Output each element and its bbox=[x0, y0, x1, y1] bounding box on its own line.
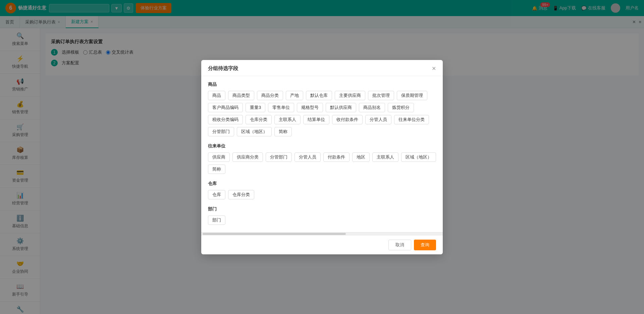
field-tag-default-warehouse[interactable]: 默认仓库 bbox=[306, 91, 332, 100]
field-tag-partner-region[interactable]: 地区 bbox=[352, 152, 370, 162]
field-tag-warehouse[interactable]: 仓库 bbox=[208, 190, 225, 199]
hscroll-thumb[interactable] bbox=[203, 233, 346, 235]
field-tag-weight3[interactable]: 重量3 bbox=[246, 103, 265, 112]
field-tag-partner-payment[interactable]: 付款条件 bbox=[323, 152, 350, 162]
section-warehouse-title: 仓库 bbox=[208, 181, 436, 187]
field-tag-customer-code[interactable]: 客户商品编码 bbox=[208, 103, 243, 112]
modal-overlay: 分组待选字段 ✕ 商品 商品 商品类型 商品分类 产地 默认仓库 主要供应商 批… bbox=[0, 0, 644, 314]
modal-close-btn[interactable]: ✕ bbox=[432, 65, 436, 72]
field-tag-batch-mgmt[interactable]: 批次管理 bbox=[368, 91, 394, 100]
modal-title: 分组待选字段 bbox=[208, 65, 238, 72]
field-tag-partner-category[interactable]: 往来单位分类 bbox=[394, 115, 429, 124]
field-select-modal: 分组待选字段 ✕ 商品 商品 商品类型 商品分类 产地 默认仓库 主要供应商 批… bbox=[201, 60, 443, 254]
field-tag-product-category[interactable]: 商品分类 bbox=[257, 91, 283, 100]
field-tag-main-supplier[interactable]: 主要供应商 bbox=[335, 91, 365, 100]
field-tag-default-supplier[interactable]: 默认供应商 bbox=[326, 103, 356, 112]
confirm-button[interactable]: 查询 bbox=[414, 240, 436, 250]
field-tag-partner-abbr[interactable]: 简称 bbox=[208, 165, 225, 174]
section-partner-title: 往来单位 bbox=[208, 143, 436, 149]
field-tag-product-alias[interactable]: 商品别名 bbox=[359, 103, 385, 112]
section-warehouse: 仓库 仓库 仓库分类 bbox=[208, 181, 436, 199]
field-tag-payment-terms[interactable]: 收付款条件 bbox=[332, 115, 363, 124]
field-tag-refine-points[interactable]: 炼货积分 bbox=[388, 103, 414, 112]
modal-body: 商品 商品 商品类型 商品分类 产地 默认仓库 主要供应商 批次管理 保质期管理… bbox=[201, 76, 443, 233]
field-tag-supplier[interactable]: 供应商 bbox=[208, 152, 230, 162]
field-tag-abbr[interactable]: 简称 bbox=[274, 127, 292, 136]
modal-horizontal-scrollbar[interactable] bbox=[201, 232, 443, 235]
field-tag-origin[interactable]: 产地 bbox=[286, 91, 303, 100]
field-tag-product-type[interactable]: 商品类型 bbox=[228, 91, 254, 100]
field-tag-partner-supervisor[interactable]: 分管人员 bbox=[294, 152, 321, 162]
field-tag-supplier-category[interactable]: 供应商分类 bbox=[232, 152, 263, 162]
field-tag-expiry-mgmt[interactable]: 保质期管理 bbox=[397, 91, 427, 100]
field-tag-main-contact[interactable]: 主联系人 bbox=[274, 115, 301, 124]
field-tag-spec-model[interactable]: 规格型号 bbox=[297, 103, 323, 112]
field-tag-partner-area[interactable]: 区域（地区） bbox=[401, 152, 436, 162]
field-tag-dept[interactable]: 分管部门 bbox=[208, 127, 234, 136]
field-tag-retail-unit[interactable]: 零售单位 bbox=[268, 103, 294, 112]
section-partner-tags: 供应商 供应商分类 分管部门 分管人员 付款条件 地区 主联系人 区域（地区） … bbox=[208, 152, 436, 174]
field-tag-product[interactable]: 商品 bbox=[208, 91, 225, 100]
field-tag-warehouse-category[interactable]: 仓库分类 bbox=[246, 115, 272, 124]
field-tag-partner-dept[interactable]: 分管部门 bbox=[266, 152, 292, 162]
section-department-title: 部门 bbox=[208, 206, 436, 212]
field-tag-partner-contact[interactable]: 主联系人 bbox=[372, 152, 398, 162]
cancel-button[interactable]: 取消 bbox=[388, 240, 411, 250]
section-warehouse-tags: 仓库 仓库分类 bbox=[208, 190, 436, 199]
section-product-title: 商品 bbox=[208, 81, 436, 87]
field-tag-settlement-unit[interactable]: 结算单位 bbox=[303, 115, 329, 124]
section-department: 部门 部门 bbox=[208, 206, 436, 225]
section-product-tags: 商品 商品类型 商品分类 产地 默认仓库 主要供应商 批次管理 保质期管理 客户… bbox=[208, 91, 436, 136]
field-tag-wh-category[interactable]: 仓库分类 bbox=[228, 190, 254, 199]
modal-header: 分组待选字段 ✕ bbox=[201, 60, 443, 76]
section-department-tags: 部门 bbox=[208, 215, 436, 225]
modal-footer: 取消 查询 bbox=[201, 235, 443, 254]
field-tag-department[interactable]: 部门 bbox=[208, 215, 225, 225]
field-tag-region[interactable]: 区域（地区） bbox=[237, 127, 272, 136]
field-tag-tax-code[interactable]: 税收分类编码 bbox=[208, 115, 243, 124]
field-tag-supervisor[interactable]: 分管人员 bbox=[365, 115, 391, 124]
section-product: 商品 商品 商品类型 商品分类 产地 默认仓库 主要供应商 批次管理 保质期管理… bbox=[208, 81, 436, 136]
section-partner: 往来单位 供应商 供应商分类 分管部门 分管人员 付款条件 地区 主联系人 区域… bbox=[208, 143, 436, 174]
